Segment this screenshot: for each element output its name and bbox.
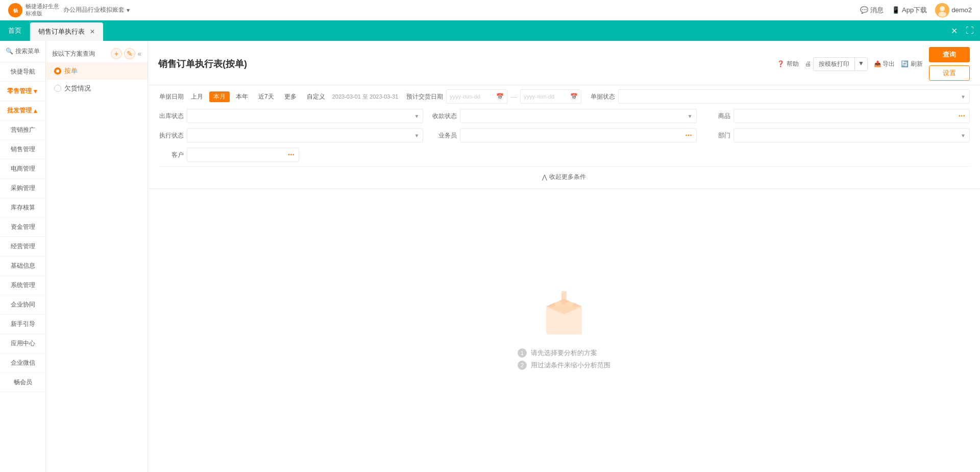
filter-date-section: 单据日期 上月 本月 本年 近7天 更多 自定义 2023-03-01 至 20… (158, 91, 398, 102)
help-btn[interactable]: ❓ 帮助 (777, 60, 799, 68)
sidebar-item-appstore[interactable]: 应用中心 (0, 334, 45, 353)
customer-section: 客户 ··· (158, 148, 299, 162)
title-actions: ❓ 帮助 🖨 按模板打印 ▼ 📤 导出 (777, 47, 970, 81)
breadcrumb[interactable]: 办公用品行业模拟账套 ▾ (63, 6, 130, 14)
empty-state: 1 请先选择要分析的方案 2 用过滤条件来缩小分析范围 (148, 189, 980, 472)
delivery-status-section: 出库状态 ▼ (158, 109, 423, 123)
sidebar-item-purchase[interactable]: 采购管理 (0, 179, 45, 198)
scheme-inactive-dot (54, 85, 61, 92)
main-layout: 🔍 搜索菜单 快捷导航 零售管理 ▼ 批发管理 ▲ 营销推广 销售管理 电商管理… (0, 41, 980, 472)
filter-expected-date-section: 预计交货日期 yyyy-mm-dd 📅 — yyyy-mm-dd 📅 (406, 89, 581, 104)
page-container: 按以下方案查询 + ✎ « (46, 41, 980, 472)
payment-status-section: 收款状态 ▼ (431, 109, 696, 123)
tab-sales-order[interactable]: 销售订单执行表 ✕ (30, 22, 103, 41)
filter-order-status-section: 单据状态 ▼ (590, 89, 970, 104)
date-start-input[interactable]: yyyy-mm-dd 📅 (446, 89, 507, 104)
date-range-text: 2023-03-01 至 2023-03-31 (332, 93, 399, 101)
header-left: 畅 畅捷通好生意 标准版 办公用品行业模拟账套 ▾ (8, 3, 130, 17)
left-panel-header: 按以下方案查询 + ✎ « (46, 45, 148, 62)
sidebar-item-ecommerce[interactable]: 电商管理 (0, 159, 45, 179)
logo-icon: 畅 (8, 3, 22, 17)
sidebar-item-newuser[interactable]: 新手引导 (0, 315, 45, 334)
empty-hint-2: 2 用过滤条件来缩小分析范围 (518, 361, 610, 370)
message-icon: 💬 (860, 6, 868, 14)
execution-status-select[interactable] (187, 128, 423, 143)
refresh-icon: 🔄 (901, 60, 909, 67)
user-area[interactable]: demo2 (935, 3, 972, 17)
date-end-input[interactable]: yyyy-mm-dd 📅 (520, 89, 581, 104)
svg-point-3 (940, 6, 945, 11)
query-btn[interactable]: 查询 (929, 47, 970, 62)
more-btn[interactable]: 更多 (280, 91, 301, 102)
export-btn[interactable]: 📤 导出 (874, 60, 895, 68)
goods-section: 商品 ··· (705, 109, 970, 123)
sidebar-item-operations[interactable]: 经营管理 (0, 237, 45, 256)
collapse-filter-row: ⋀ 收起更多条件 (158, 166, 970, 184)
scheme-item-欠货情况[interactable]: 欠货情况 (46, 80, 148, 97)
refresh-btn[interactable]: 🔄 刷新 (901, 60, 923, 68)
current-month-btn[interactable]: 本月 (209, 91, 230, 102)
print-icon: 🖨 (805, 60, 811, 67)
app-download-btn[interactable]: 📱 App下载 (892, 6, 927, 15)
sidebar-item-finance[interactable]: 资金管理 (0, 218, 45, 237)
department-section: 部门 ▼ (705, 128, 970, 143)
window-close-btn[interactable]: ✕ (949, 24, 960, 38)
goods-input[interactable]: ··· (733, 109, 970, 123)
sidebar-item-basic[interactable]: 基础信息 (0, 256, 45, 276)
svg-marker-7 (546, 302, 555, 306)
salesperson-input[interactable]: ··· (460, 128, 696, 143)
custom-btn[interactable]: 自定义 (303, 91, 329, 102)
empty-illustration (533, 291, 595, 342)
sidebar: 🔍 搜索菜单 快捷导航 零售管理 ▼ 批发管理 ▲ 营销推广 销售管理 电商管理… (0, 41, 46, 472)
svg-marker-8 (573, 302, 582, 306)
page-title-bar: 销售订单执行表(按单) ❓ 帮助 🖨 按模板打印 ▼ (148, 41, 980, 85)
export-icon: 📤 (874, 60, 881, 67)
last-month-btn[interactable]: 上月 (187, 91, 207, 102)
left-panel-actions: + ✎ « (111, 48, 141, 59)
tab-home[interactable]: 首页 (0, 20, 30, 41)
sidebar-item-wholesale[interactable]: 批发管理 ▲ (0, 101, 45, 121)
collapse-left-panel-btn[interactable]: « (137, 50, 141, 58)
top-header: 畅 畅捷通好生意 标准版 办公用品行业模拟账套 ▾ 💬 消息 📱 App下载 (0, 0, 980, 20)
goods-more-icon: ··· (959, 111, 965, 121)
customer-more-icon: ··· (288, 150, 295, 159)
sidebar-item-wechat[interactable]: 企业微信 (0, 353, 45, 373)
sidebar-item-sales[interactable]: 销售管理 (0, 140, 45, 159)
last-7-days-btn[interactable]: 近7天 (254, 91, 278, 102)
filter-section: 单据日期 上月 本月 本年 近7天 更多 自定义 2023-03-01 至 20… (148, 85, 980, 189)
sidebar-item-retail[interactable]: 零售管理 ▼ (0, 82, 45, 101)
filter-row-3: 执行状态 ▼ 业务员 ··· (158, 128, 970, 143)
edit-scheme-btn[interactable]: ✎ (124, 48, 135, 59)
sidebar-item-system[interactable]: 系统管理 (0, 276, 45, 295)
current-year-btn[interactable]: 本年 (232, 91, 252, 102)
header-right: 💬 消息 📱 App下载 demo2 (860, 3, 972, 17)
scheme-item-按单[interactable]: 按单 (46, 62, 148, 80)
avatar (935, 3, 949, 17)
payment-status-select[interactable] (460, 109, 696, 123)
window-maximize-btn[interactable]: ⛶ (964, 24, 976, 37)
salesperson-section: 业务员 ··· (431, 128, 696, 143)
settings-btn[interactable]: 设置 (929, 65, 970, 81)
right-content: 销售订单执行表(按单) ❓ 帮助 🖨 按模板打印 ▼ (148, 41, 980, 472)
sidebar-item-member[interactable]: 畅会员 (0, 373, 45, 392)
department-select[interactable] (733, 128, 970, 143)
empty-hints: 1 请先选择要分析的方案 2 用过滤条件来缩小分析范围 (518, 348, 610, 370)
sidebar-item-quick-nav[interactable]: 快捷导航 (0, 62, 45, 82)
sidebar-item-enterprise[interactable]: 企业协同 (0, 295, 45, 315)
sidebar-item-marketing[interactable]: 营销推广 (0, 121, 45, 140)
execution-status-section: 执行状态 ▼ (158, 128, 423, 143)
filter-row-4: 客户 ··· (158, 148, 970, 162)
message-btn[interactable]: 💬 消息 (860, 6, 884, 15)
add-scheme-btn[interactable]: + (111, 48, 122, 59)
search-menu-btn[interactable]: 🔍 搜索菜单 (4, 45, 41, 58)
order-status-select[interactable] (618, 89, 970, 104)
collapse-filter-btn[interactable]: ⋀ 收起更多条件 (158, 170, 970, 184)
delivery-status-select[interactable] (187, 109, 423, 123)
sidebar-item-inventory[interactable]: 库存核算 (0, 198, 45, 218)
calendar-start-icon: 📅 (496, 93, 504, 100)
sidebar-search-section: 🔍 搜索菜单 (0, 41, 45, 62)
tab-close-btn[interactable]: ✕ (90, 28, 95, 35)
customer-input[interactable]: ··· (187, 148, 299, 162)
print-btn[interactable]: 🖨 按模板打印 ▼ (805, 57, 868, 71)
svg-text:畅: 畅 (13, 8, 18, 13)
